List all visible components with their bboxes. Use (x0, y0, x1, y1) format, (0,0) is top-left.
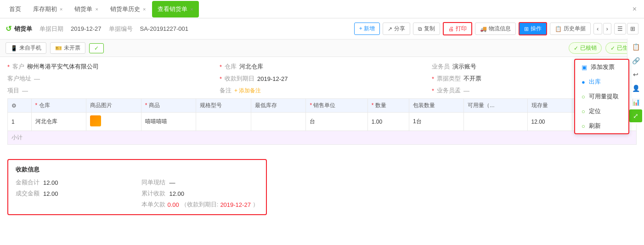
col-product-img: 商品图片 (86, 99, 141, 113)
number-value: SA-20191227-001 (140, 25, 189, 32)
not-open-button[interactable]: 🎫 未开票 (50, 42, 85, 54)
tab-sales-close[interactable]: × (95, 6, 98, 12)
due-label: 本单欠款 (141, 200, 165, 209)
dropdown-add-invoice[interactable]: ▣ 添加发票 (575, 60, 628, 74)
due-row: 本单欠款 0.00 （收款到期日: 2019-12-27 ） (141, 200, 258, 209)
payment-title: 收款信息 (16, 165, 259, 174)
row-spec (196, 113, 251, 131)
tab-home[interactable]: 首页 (4, 1, 27, 17)
due-value: 0.00 (167, 201, 179, 208)
right-link-tool[interactable]: 🔗 (629, 54, 642, 67)
same-order-value: — (169, 179, 175, 186)
tab-history-label: 销货单历史 (110, 5, 140, 13)
cancelled-badge: ✓ 已核销 (569, 42, 602, 54)
copy-button[interactable]: ⧉ 复制 (413, 23, 440, 35)
right-copy-tool[interactable]: 📋 (629, 40, 642, 53)
date-value: 2019-12-27 (71, 25, 102, 32)
operation-icon: ⊞ (524, 26, 529, 32)
close-all-tabs-button[interactable]: × (629, 3, 640, 15)
nav-arrows: ‹ › (593, 23, 611, 34)
grid-view-button[interactable]: ⊞ (627, 23, 638, 34)
col-stock: 现存量 (527, 99, 572, 113)
from-phone-button[interactable]: 📱 来自手机 (6, 42, 46, 54)
note-field: 备注 + 添加备注 (220, 86, 424, 95)
tab-sales-label: 销货单 (74, 5, 92, 13)
share-icon: ↗ (388, 26, 392, 32)
total-value: 12.00 (43, 179, 58, 186)
print-icon: 🖨 (448, 26, 454, 32)
right-user-tool[interactable]: 👤 (629, 82, 642, 95)
add-note-button[interactable]: + 添加备注 (234, 87, 261, 95)
total-row: 金额合计 12.00 (16, 178, 132, 187)
tab-bar: 首页 库存期初 × 销货单 × 销货单历史 × 查看销货单 × × (0, 0, 644, 18)
row-pack-qty: 1台 (409, 113, 464, 131)
logistics-button[interactable]: 🚚 物流信息 (475, 23, 516, 35)
form-icon: ↺ (6, 24, 11, 33)
row-min-stock (251, 113, 306, 131)
tab-inventory[interactable]: 库存期初 × (28, 1, 68, 17)
share-button[interactable]: ↗ 分享 (383, 23, 410, 35)
due-date: 2019-12-27 (220, 201, 251, 208)
tab-view-sales[interactable]: 查看销货单 × (152, 1, 198, 17)
due-date-field: * 收款到期日 2019-12-27 (220, 74, 424, 83)
new-button[interactable]: + 新增 (354, 23, 380, 35)
tab-view-sales-label: 查看销货单 (158, 5, 187, 13)
same-order-label: 同单现结 (141, 178, 165, 187)
tab-inventory-label: 库存期初 (33, 5, 57, 13)
print-button[interactable]: 🖨 打印 (443, 22, 472, 35)
tab-history-close[interactable]: × (143, 6, 146, 12)
col-warehouse: * 仓库 (31, 99, 86, 113)
due-note-suffix: ） (253, 200, 259, 209)
list-view-button[interactable]: ☰ (614, 23, 626, 34)
row-unit: 台 (306, 113, 367, 131)
view-buttons: ☰ ⊞ (614, 23, 638, 34)
phone-icon: 📱 (11, 45, 17, 51)
history-button[interactable]: 📋 历史单据 (550, 23, 591, 35)
confirm-button[interactable]: ✓ (89, 43, 104, 53)
history-icon: 📋 (555, 26, 562, 32)
available-qty-icon: ○ (582, 93, 585, 100)
col-settings[interactable]: ⚙ (8, 99, 32, 113)
form-title: ↺ 销货单 (6, 24, 32, 33)
tab-history[interactable]: 销货单历史 × (105, 1, 151, 17)
logistics-icon: 🚚 (480, 26, 487, 32)
col-available: 可用量（... (464, 99, 527, 113)
prev-button[interactable]: ‹ (593, 23, 602, 34)
address-field: 客户地址 — (7, 74, 212, 83)
dropdown-refresh[interactable]: ○ 刷新 (575, 119, 628, 133)
project-field: 项目 — (7, 86, 212, 95)
customer-field: * 客户 柳州粤港平安气体有限公司 (7, 63, 212, 71)
operation-button[interactable]: ⊞ 操作 (519, 22, 547, 35)
row-warehouse: 河北仓库 (31, 113, 86, 131)
right-refresh-tool[interactable]: ↩ (629, 68, 642, 81)
transaction-row: 成交金额 12.00 (16, 189, 132, 198)
form-fields: * 客户 柳州粤港平安气体有限公司 * 仓库 河北仓库 业务员 演示账号 客户地… (0, 57, 644, 98)
col-product: * 商品 (141, 99, 196, 113)
table-row: 1 河北仓库 嘻嘻嘻嘻 台 1.00 1台 12.00 12.00 (8, 113, 637, 131)
dropdown-locate[interactable]: ○ 定位 (575, 104, 628, 119)
form-title-text: 销货单 (14, 25, 32, 33)
confirm-icon: ✓ (94, 45, 99, 51)
cumulative-label: 累计收款 (141, 189, 165, 198)
tab-sales[interactable]: 销货单 × (69, 1, 103, 17)
dropdown-available-qty[interactable]: ○ 可用量提取 (575, 89, 628, 104)
next-button[interactable]: › (603, 23, 611, 34)
form-meta: 单据日期 2019-12-27 单据编号 SA-20191227-001 (40, 25, 188, 33)
tab-view-sales-close[interactable]: × (190, 6, 193, 12)
main-content: ↺ 销货单 单据日期 2019-12-27 单据编号 SA-20191227-0… (0, 18, 644, 245)
number-label: 单据编号 (109, 25, 133, 33)
col-spec: 规格型号 (196, 99, 251, 113)
form-header: ↺ 销货单 单据日期 2019-12-27 单据编号 SA-20191227-0… (0, 18, 644, 40)
right-data-tool[interactable]: 📊 (629, 96, 642, 108)
col-unit: * 销售单位 (306, 99, 367, 113)
toolbar: + 新增 ↗ 分享 ⧉ 复制 🖨 打印 🚚 物流信息 (354, 22, 638, 35)
dropdown-menu: ▣ 添加发票 ● 出库 ○ 可用量提取 ○ 定位 ○ 刷新 (574, 59, 629, 134)
tab-inventory-close[interactable]: × (60, 6, 62, 12)
right-tools: 📋 🔗 ↩ 👤 📊 ⤢ (627, 39, 644, 124)
cumulative-value: 12.00 (169, 190, 184, 197)
right-expand-tool[interactable]: ⤢ (629, 109, 642, 122)
dropdown-outbound[interactable]: ● 出库 (575, 74, 628, 89)
row-product: 嘻嘻嘻嘻 (141, 113, 196, 131)
payment-info: 收款信息 金额合计 12.00 同单现结 — 成交金额 12.00 (7, 159, 267, 215)
row-product-img (86, 113, 141, 131)
